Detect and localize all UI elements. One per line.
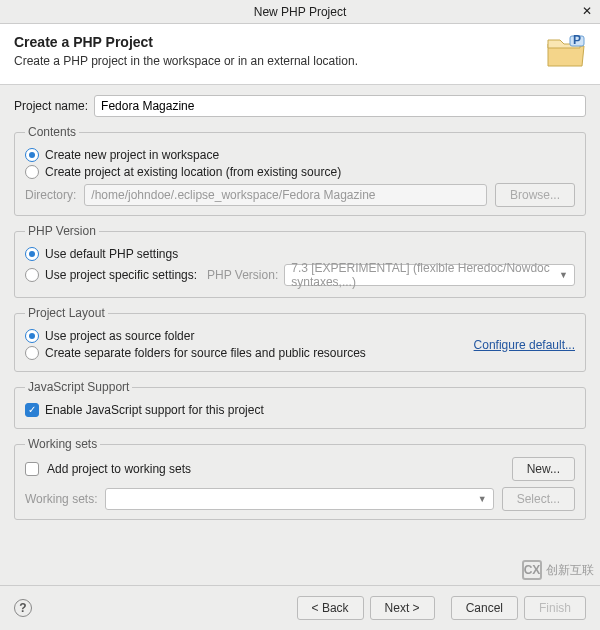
radio-create-workspace[interactable]	[25, 148, 39, 162]
watermark: CX 创新互联	[522, 560, 594, 580]
window-title: New PHP Project	[254, 5, 346, 19]
configure-default-link[interactable]: Configure default...	[474, 338, 575, 352]
checkbox-add-working-sets[interactable]	[25, 462, 39, 476]
php-version-group: PHP Version Use default PHP settings Use…	[14, 224, 586, 298]
watermark-text: 创新互联	[546, 562, 594, 579]
checkbox-add-working-sets-label: Add project to working sets	[47, 462, 504, 476]
working-sets-select: ▼	[105, 488, 493, 510]
radio-create-workspace-label: Create new project in workspace	[45, 148, 219, 162]
svg-text:P: P	[573, 34, 581, 47]
working-sets-label: Working sets:	[25, 492, 97, 506]
banner-subtitle: Create a PHP project in the workspace or…	[14, 54, 358, 68]
directory-input	[84, 184, 487, 206]
project-layout-group: Project Layout Use project as source fol…	[14, 306, 586, 372]
radio-existing-location[interactable]	[25, 165, 39, 179]
radio-existing-location-label: Create project at existing location (fro…	[45, 165, 341, 179]
radio-default-php-label: Use default PHP settings	[45, 247, 178, 261]
project-layout-legend: Project Layout	[25, 306, 108, 320]
php-version-label: PHP Version:	[207, 268, 278, 282]
radio-default-php[interactable]	[25, 247, 39, 261]
php-folder-icon: P	[546, 34, 586, 70]
radio-source-folder[interactable]	[25, 329, 39, 343]
help-icon[interactable]: ?	[14, 599, 32, 617]
contents-legend: Contents	[25, 125, 79, 139]
radio-separate-folders-label: Create separate folders for source files…	[45, 346, 366, 360]
radio-specific-php-label: Use project specific settings:	[45, 268, 197, 282]
php-version-legend: PHP Version	[25, 224, 99, 238]
chevron-down-icon: ▼	[478, 494, 487, 504]
browse-button: Browse...	[495, 183, 575, 207]
js-support-group: JavaScript Support Enable JavaScript sup…	[14, 380, 586, 429]
project-name-label: Project name:	[14, 99, 88, 113]
directory-label: Directory:	[25, 188, 76, 202]
project-name-input[interactable]	[94, 95, 586, 117]
php-version-select: 7.3 [EXPERIMENTAL] (flexible Heredoc/Now…	[284, 264, 575, 286]
new-working-set-button[interactable]: New...	[512, 457, 575, 481]
title-bar: New PHP Project ✕	[0, 0, 600, 24]
working-sets-legend: Working sets	[25, 437, 100, 451]
radio-specific-php[interactable]	[25, 268, 39, 282]
watermark-logo-icon: CX	[522, 560, 542, 580]
radio-source-folder-label: Use project as source folder	[45, 329, 194, 343]
php-version-value: 7.3 [EXPERIMENTAL] (flexible Heredoc/Now…	[291, 261, 559, 289]
select-working-set-button: Select...	[502, 487, 575, 511]
wizard-footer: ? < Back Next > Cancel Finish	[0, 585, 600, 630]
checkbox-js-support-label: Enable JavaScript support for this proje…	[45, 403, 264, 417]
finish-button: Finish	[524, 596, 586, 620]
radio-separate-folders[interactable]	[25, 346, 39, 360]
close-icon[interactable]: ✕	[580, 4, 594, 18]
checkbox-js-support[interactable]	[25, 403, 39, 417]
cancel-button[interactable]: Cancel	[451, 596, 518, 620]
js-support-legend: JavaScript Support	[25, 380, 132, 394]
working-sets-group: Working sets Add project to working sets…	[14, 437, 586, 520]
banner-heading: Create a PHP Project	[14, 34, 358, 50]
next-button[interactable]: Next >	[370, 596, 435, 620]
wizard-banner: Create a PHP Project Create a PHP projec…	[0, 24, 600, 85]
contents-group: Contents Create new project in workspace…	[14, 125, 586, 216]
chevron-down-icon: ▼	[559, 270, 568, 280]
back-button[interactable]: < Back	[297, 596, 364, 620]
